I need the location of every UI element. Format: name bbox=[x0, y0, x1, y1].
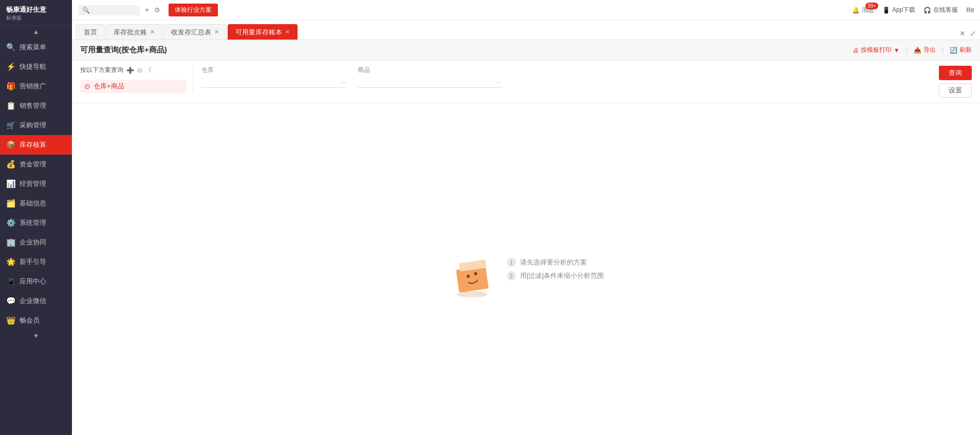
tab-inventory-summary[interactable]: 收发存汇总表 ✕ bbox=[163, 24, 227, 40]
filter-scheme-header: 按以下方案查询 ➕ ⊙ 《 bbox=[80, 66, 187, 74]
tab-close-current-button[interactable]: ✕ bbox=[959, 29, 966, 37]
sidebar-item-label: 系统管理 bbox=[20, 218, 46, 228]
app-tag: 标准版 bbox=[6, 14, 66, 22]
sidebar-item-label: 快捷导航 bbox=[20, 62, 46, 71]
tab-batch-account-close[interactable]: ✕ bbox=[150, 29, 155, 35]
newbie-icon: 🌟 bbox=[6, 257, 15, 267]
purchase-icon: 🛒 bbox=[6, 121, 15, 130]
sidebar-item-marketing[interactable]: 🎁 营销推广 bbox=[0, 77, 72, 96]
mobile-icon: 📱 bbox=[882, 7, 890, 14]
sidebar-item-system[interactable]: ⚙️ 系统管理 bbox=[0, 213, 72, 233]
scheme-item-warehouse-product[interactable]: ⊙ 仓库+商品 bbox=[80, 80, 187, 93]
separator: | bbox=[906, 47, 908, 54]
messages-button[interactable]: 🔔 99+ 消息 bbox=[852, 6, 874, 14]
add-scheme-icon[interactable]: ➕ bbox=[126, 67, 134, 74]
scheme-item-icon: ⊙ bbox=[84, 82, 90, 90]
vip-icon: 👑 bbox=[6, 316, 15, 325]
tab-home-label: 首页 bbox=[84, 28, 97, 37]
messages-badge: 99+ bbox=[865, 3, 878, 9]
message-bell-icon: 🔔 bbox=[852, 7, 860, 14]
tab-available-stock-close[interactable]: ✕ bbox=[285, 29, 290, 35]
sidebar-item-quick-nav[interactable]: ⚡ 快捷导航 bbox=[0, 57, 72, 77]
collapse-filter-icon[interactable]: 《 bbox=[145, 66, 152, 74]
sidebar-scroll-down[interactable]: ▼ bbox=[0, 330, 72, 342]
online-service-button[interactable]: 🎧 在线客服 bbox=[923, 6, 958, 14]
app-download-label: App下载 bbox=[892, 6, 915, 14]
scheme-item-label: 仓库+商品 bbox=[94, 82, 124, 91]
page-header: 可用量查询(按仓库+商品) 🖨 按模板打印 ▼ | 📤 导出 | 🔄 刷新 bbox=[72, 40, 980, 61]
sidebar-item-vip[interactable]: 👑 畅会员 bbox=[0, 311, 72, 330]
basic-icon: 🗂️ bbox=[6, 199, 15, 208]
sidebar-item-search[interactable]: 🔍 搜索菜单 bbox=[0, 37, 72, 57]
tab-bar: 首页 库存批次账 ✕ 收发存汇总表 ✕ 可用量库存账本 ✕ ✕ ⤢ bbox=[72, 21, 980, 40]
sidebar-item-enterprise[interactable]: 🏢 企业协同 bbox=[0, 233, 72, 252]
sidebar-item-label: 库存核算 bbox=[20, 140, 46, 149]
sidebar-item-label: 经营管理 bbox=[20, 179, 46, 188]
sidebar-item-inventory[interactable]: 📦 库存核算 bbox=[0, 135, 72, 155]
sidebar-item-label: 企业微信 bbox=[20, 296, 46, 306]
search-icon: 🔍 bbox=[82, 7, 90, 14]
tab-batch-account[interactable]: 库存批次账 ✕ bbox=[106, 24, 162, 40]
filter-product-field: 商品 ··· bbox=[358, 66, 502, 88]
quick-nav-icon: ⚡ bbox=[6, 62, 15, 71]
hint-text-1: 请先选择要分析的方案 bbox=[520, 258, 587, 267]
warehouse-input[interactable] bbox=[201, 78, 338, 86]
refresh-icon: 🔄 bbox=[950, 47, 957, 54]
hint-text-2: 用[过滤]条件来缩小分析范围 bbox=[520, 271, 604, 280]
product-input-wrapper: ··· bbox=[358, 77, 502, 88]
industry-solution-button[interactable]: 体验行业方案 bbox=[169, 4, 218, 16]
template-print-button[interactable]: 🖨 按模板打印 ▼ bbox=[853, 46, 900, 54]
product-label: 商品 bbox=[358, 66, 502, 74]
wechat-icon: 💬 bbox=[6, 296, 15, 306]
sidebar-item-label: 采购管理 bbox=[20, 121, 46, 130]
sidebar-item-app-center[interactable]: 📱 应用中心 bbox=[0, 272, 72, 291]
query-button[interactable]: 查询 bbox=[939, 66, 972, 80]
settings-button[interactable]: 设置 bbox=[939, 83, 972, 98]
separator2: | bbox=[942, 47, 944, 54]
app-download-button[interactable]: 📱 App下载 bbox=[882, 6, 915, 14]
hint-num-1: 1 bbox=[507, 258, 516, 267]
sidebar-item-sales[interactable]: 📋 销售管理 bbox=[0, 96, 72, 116]
refresh-button[interactable]: 🔄 刷新 bbox=[950, 46, 972, 54]
hint-item-1: 1 请先选择要分析的方案 bbox=[507, 258, 604, 267]
sidebar-item-purchase[interactable]: 🛒 采购管理 bbox=[0, 116, 72, 135]
tab-expand-button[interactable]: ⤢ bbox=[970, 29, 976, 37]
finance-icon: 💰 bbox=[6, 160, 15, 169]
sidebar-item-basic[interactable]: 🗂️ 基础信息 bbox=[0, 194, 72, 213]
filter-actions: 查询 设置 bbox=[931, 66, 972, 98]
sidebar-item-operation[interactable]: 📊 经营管理 bbox=[0, 174, 72, 194]
sidebar-item-label: 销售管理 bbox=[20, 101, 46, 110]
product-dots-button[interactable]: ··· bbox=[496, 78, 502, 86]
product-input[interactable] bbox=[358, 78, 494, 86]
tab-inventory-summary-label: 收发存汇总表 bbox=[171, 28, 211, 37]
sidebar-item-wechat[interactable]: 💬 企业微信 bbox=[0, 291, 72, 311]
export-button[interactable]: 📤 导出 bbox=[914, 46, 936, 54]
sidebar-item-finance[interactable]: 💰 资金管理 bbox=[0, 155, 72, 174]
operation-icon: 📊 bbox=[6, 179, 15, 188]
sidebar-item-label: 畅会员 bbox=[20, 316, 40, 325]
tab-available-stock[interactable]: 可用量库存账本 ✕ bbox=[228, 24, 298, 40]
content-area: 1 请先选择要分析的方案 2 用[过滤]条件来缩小分析范围 bbox=[72, 103, 980, 435]
sidebar-scroll-up[interactable]: ▲ bbox=[0, 26, 72, 37]
warehouse-dots-button[interactable]: ··· bbox=[340, 78, 345, 86]
user-name[interactable]: Rit bbox=[966, 7, 974, 14]
search-dropdown-icon[interactable]: ▼ bbox=[144, 7, 150, 14]
filter-scheme-panel: 按以下方案查询 ➕ ⊙ 《 ⊙ 仓库+商品 bbox=[80, 66, 193, 93]
gear-icon[interactable]: ⚙ bbox=[154, 6, 160, 14]
empty-hints: 1 请先选择要分析的方案 2 用[过滤]条件来缩小分析范围 bbox=[507, 258, 604, 280]
warehouse-input-wrapper: ··· bbox=[201, 77, 345, 88]
print-dropdown-icon[interactable]: ▼ bbox=[894, 47, 900, 54]
tab-inventory-summary-close[interactable]: ✕ bbox=[214, 29, 219, 35]
sales-icon: 📋 bbox=[6, 101, 15, 110]
top-search-box[interactable]: 🔍 bbox=[78, 5, 140, 15]
sidebar-item-newbie[interactable]: 🌟 新手引导 bbox=[0, 252, 72, 272]
set-scheme-icon[interactable]: ⊙ bbox=[137, 67, 142, 74]
inventory-icon: 📦 bbox=[6, 140, 15, 149]
marketing-icon: 🎁 bbox=[6, 82, 15, 91]
tab-home[interactable]: 首页 bbox=[76, 24, 105, 40]
top-bar: 🔍 ▼ ⚙ 体验行业方案 🔔 99+ 消息 📱 App下载 🎧 在线客服 Rit bbox=[72, 0, 980, 21]
tab-controls: ✕ ⤢ bbox=[959, 29, 976, 40]
warehouse-label: 仓库 bbox=[201, 66, 345, 74]
sidebar-item-label: 应用中心 bbox=[20, 277, 46, 286]
filter-scheme-label: 按以下方案查询 bbox=[80, 66, 123, 74]
